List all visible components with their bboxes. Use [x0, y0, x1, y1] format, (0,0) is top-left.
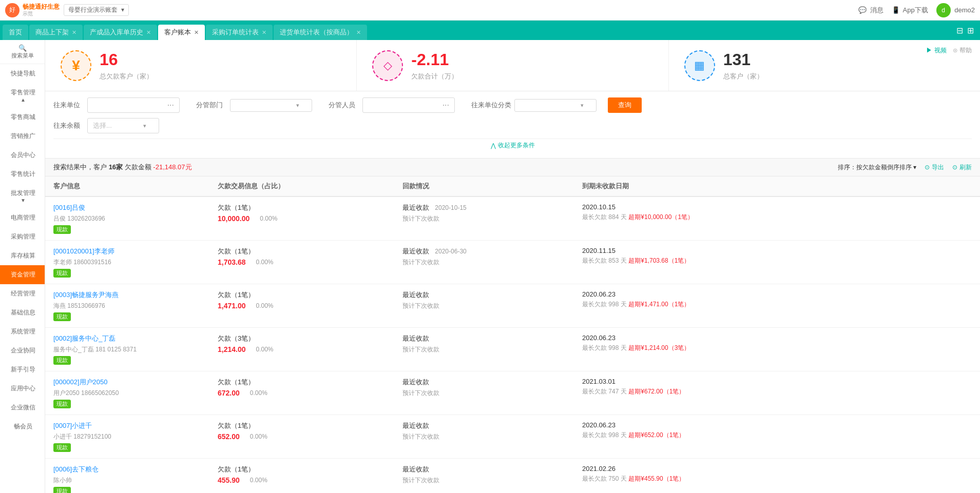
sort-selector[interactable]: 排序：按欠款金额倒序排序 ▾	[838, 163, 916, 172]
due-date-2: 2020.06.23	[582, 290, 972, 298]
export-btn[interactable]: ⊙ 导出	[925, 163, 944, 172]
customer-tag-0: 现款	[53, 225, 71, 234]
query-button[interactable]: 查询	[608, 97, 642, 113]
dept-select[interactable]: ▾	[230, 99, 312, 112]
debt-amount-2: 1,471.00	[218, 302, 246, 310]
source-class-dropdown-icon: ▾	[581, 102, 584, 109]
customer-name-6[interactable]: [0006]去下粮仓	[53, 465, 218, 474]
next-payment-row-0: 预计下次收款	[402, 214, 582, 223]
sidebar-item-marketing[interactable]: 营销推广	[0, 127, 45, 146]
sidebar-item-inventory[interactable]: 库存核算	[0, 246, 45, 265]
debt-amount-4: 672.00	[218, 389, 240, 397]
col-customer-info: 客户信息	[53, 182, 218, 191]
close-tab-inbound-stats[interactable]: ✕	[356, 29, 361, 36]
debt-percent-6: 0.00%	[250, 477, 267, 484]
source-unit-dots[interactable]: ···	[167, 101, 174, 110]
filter-source-class: 往来单位分类 ▾ 查询	[471, 97, 642, 113]
manager-input[interactable]: ···	[362, 97, 455, 113]
user-avatar[interactable]: d demo2	[936, 3, 975, 17]
customer-info-6: [0006]去下粮仓 陈小帅 现款	[53, 465, 218, 493]
overdue-link-2[interactable]: 超期¥1,471.00（1笔）	[628, 301, 690, 308]
sidebar-item-retail-stats[interactable]: 零售统计	[0, 165, 45, 184]
close-tab-product-onoff[interactable]: ✕	[72, 29, 76, 36]
debt-row-5: 652.00 0.00%	[218, 432, 402, 441]
stat-label-debt-customers: 总欠款客户（家）	[100, 72, 153, 81]
sidebar-item-quick-nav[interactable]: 快捷导航	[0, 64, 45, 83]
sidebar-item-enterprise-wechat[interactable]: 企业微信	[0, 398, 45, 417]
recovery-info-6: 最近收款 预计下次收款	[402, 465, 582, 485]
close-tab-customer-account[interactable]: ✕	[194, 29, 199, 36]
filter-row-2: 往来余额 选择... ▾	[53, 118, 972, 133]
app-download-btn[interactable]: 📱 App下载	[892, 6, 928, 15]
overdue-link-1[interactable]: 超期¥1,703.68（1笔）	[628, 257, 690, 264]
tab-purchase-stats[interactable]: 采购订单统计表 ✕	[206, 25, 273, 40]
manager-dots[interactable]: ···	[443, 101, 449, 110]
tab-home[interactable]: 首页	[3, 25, 28, 40]
company-selector[interactable]: 母婴行业演示账套 ▾	[64, 4, 129, 16]
balance-select[interactable]: 选择... ▾	[87, 118, 159, 133]
stat-info-total: 131 总客户（家）	[723, 50, 763, 81]
stat-info-debt-total: -2.11 欠款合计（万）	[411, 50, 458, 81]
sidebar-item-purchase[interactable]: 采购管理	[0, 227, 45, 246]
source-unit-input[interactable]: ···	[87, 97, 180, 113]
maximize-btn[interactable]: ⊞	[967, 26, 974, 35]
source-class-select[interactable]: ▾	[514, 99, 597, 112]
overdue-link-5[interactable]: 超期¥652.00（1笔）	[628, 431, 685, 439]
sidebar-item-finance[interactable]: 资金管理	[0, 265, 45, 284]
top-bar-left: 好 畅捷通好生意 示范 母婴行业演示账套 ▾	[5, 3, 129, 17]
sidebar-item-retail-mgmt[interactable]: 零售管理 ▲	[0, 83, 45, 108]
sidebar-item-operation[interactable]: 经营管理	[0, 284, 45, 303]
overdue-link-3[interactable]: 超期¥1,214.00（3笔）	[628, 344, 690, 351]
results-info: 搜索结果中，客户 16家 欠款金额 -21,148.07元	[53, 163, 192, 172]
customer-name-5[interactable]: [0007]小进千	[53, 421, 218, 430]
sidebar-item-retail-mall[interactable]: 零售商城	[0, 108, 45, 127]
video-btn[interactable]: ▶ 视频	[926, 46, 946, 55]
overdue-link-6[interactable]: 超期¥455.90（1笔）	[628, 475, 685, 482]
help-btn[interactable]: ⊙ 帮助	[953, 46, 972, 55]
overdue-detail-0: 最长欠款 884 天 超期¥10,000.00（1笔）	[582, 213, 972, 222]
overdue-detail-4: 最长欠款 747 天 超期¥672.00（1笔）	[582, 387, 972, 396]
debt-amount-1: 1,703.68	[218, 258, 246, 266]
recovery-info-2: 最近收款 预计下次收款	[402, 290, 582, 310]
overdue-link-4[interactable]: 超期¥672.00（1笔）	[628, 388, 685, 395]
customer-name-3[interactable]: [0002]服务中心_丁磊	[53, 334, 218, 343]
overdue-info-4: 2021.03.01 最长欠款 747 天 超期¥672.00（1笔）	[582, 378, 972, 396]
sidebar-item-new-guide[interactable]: 新手引导	[0, 360, 45, 379]
customer-name-1[interactable]: [0001020001]李老师	[53, 247, 218, 256]
close-tab-purchase-stats[interactable]: ✕	[262, 29, 266, 36]
table-row: [0002]服务中心_丁磊 服务中心_丁磊 181 0125 8371 现款 欠…	[45, 328, 980, 371]
sidebar-item-vip[interactable]: 畅会员	[0, 417, 45, 436]
sidebar-item-system[interactable]: 系统管理	[0, 322, 45, 341]
minimize-btn[interactable]: ⊟	[956, 26, 963, 35]
stats-row: ¥ 16 总欠款客户（家） ◇ -2.11 欠款合计（万） ▦ 131 总	[45, 40, 980, 91]
company-name: 母婴行业演示账套	[68, 6, 118, 13]
top-bar: 好 畅捷通好生意 示范 母婴行业演示账套 ▾ 💬 消息 📱 App下载 d de…	[0, 0, 980, 21]
app-name: 畅捷通好生意	[23, 4, 60, 10]
sidebar-item-batch-mgmt[interactable]: 批发管理 ▼	[0, 184, 45, 208]
sidebar-item-basic-info[interactable]: 基础信息	[0, 303, 45, 322]
debt-info-2: 欠款（1笔） 1,471.00 0.00%	[218, 290, 402, 310]
tab-production-history[interactable]: 产成品入库单历史 ✕	[84, 25, 157, 40]
tab-product-onoff[interactable]: 商品上下架 ✕	[29, 25, 83, 40]
close-tab-production-history[interactable]: ✕	[146, 29, 151, 36]
col-debt-info: 欠款交易信息（占比）	[218, 182, 402, 191]
message-btn[interactable]: 💬 消息	[858, 6, 883, 15]
refresh-btn[interactable]: ⊙ 刷新	[952, 163, 972, 172]
customer-info-3: [0002]服务中心_丁磊 服务中心_丁磊 181 0125 8371 现款	[53, 334, 218, 365]
sidebar-item-member[interactable]: 会员中心	[0, 146, 45, 165]
sidebar-item-ecommerce[interactable]: 电商管理	[0, 208, 45, 227]
overdue-info-5: 2020.06.23 最长欠款 998 天 超期¥652.00（1笔）	[582, 421, 972, 440]
customer-name-0[interactable]: [0016]吕俊	[53, 203, 218, 212]
customer-name-4[interactable]: [000002]用户2050	[53, 378, 218, 387]
tab-inbound-stats[interactable]: 进货单统计表（按商品） ✕	[274, 25, 367, 40]
overdue-link-0[interactable]: 超期¥10,000.00（1笔）	[628, 213, 694, 221]
collapse-btn[interactable]: ⋀ 收起更多条件	[53, 139, 972, 152]
tab-customer-account[interactable]: 客户账本 ✕	[158, 25, 205, 40]
stat-card-total-customers: ▦ 131 总客户（家） ▶ 视频 ⊙ 帮助	[669, 40, 980, 91]
customer-name-2[interactable]: [0003]畅捷服务尹海燕	[53, 290, 218, 300]
sidebar-item-enterprise-coop[interactable]: 企业协同	[0, 341, 45, 360]
sidebar-search[interactable]: 🔍 搜索菜单	[0, 40, 45, 64]
avatar-icon: d	[936, 3, 951, 17]
overdue-detail-3: 最长欠款 998 天 超期¥1,214.00（3笔）	[582, 344, 972, 352]
sidebar-item-app-center[interactable]: 应用中心	[0, 379, 45, 398]
